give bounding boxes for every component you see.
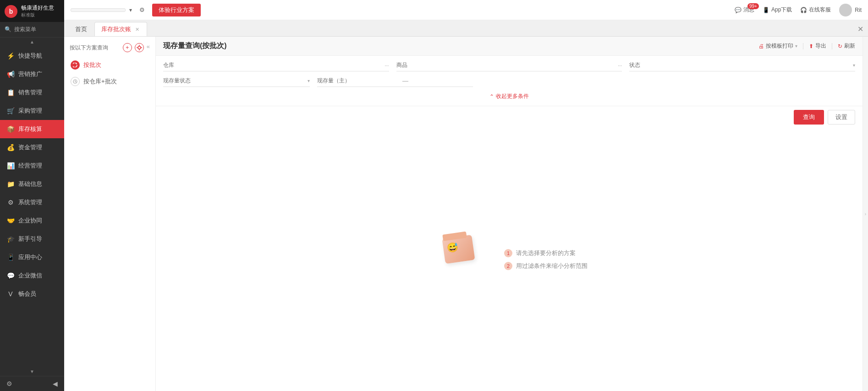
refresh-btn[interactable]: ↻ 刷新 (838, 42, 855, 50)
app-icon: 📱 (6, 253, 15, 261)
enterprise-icon: 🤝 (6, 217, 15, 225)
export-btn[interactable]: ⬆ 导出 (809, 42, 826, 50)
filter-panel: 按以下方案查询 + « 按批次 按仓库+批次 (64, 37, 156, 391)
box-face-icon: 😅 (446, 241, 459, 254)
sidebar-item-system[interactable]: ⚙ 系统管理 (0, 193, 64, 212)
message-badge: 99+ (747, 3, 759, 9)
sidebar-item-member[interactable]: V 畅会员 (0, 285, 64, 303)
brand-edition: 标准版 (21, 12, 60, 18)
search-label: 搜索菜单 (14, 26, 36, 33)
stock-status-arrow-icon[interactable]: ▾ (308, 78, 310, 83)
sidebar-item-basic[interactable]: 📁 基础信息 (0, 175, 64, 193)
refresh-label: 刷新 (844, 42, 855, 50)
sidebar-item-label-system: 系统管理 (18, 198, 42, 206)
warehouse-batch-icon (71, 77, 80, 86)
query-btn[interactable]: 查询 (794, 110, 824, 125)
warehouse-field: 仓库 ··· (163, 61, 389, 71)
product-more-btn[interactable]: ··· (618, 63, 622, 68)
message-btn[interactable]: 💬 消息 99+ (735, 6, 754, 14)
sidebar-item-label-finance: 资金管理 (18, 143, 42, 152)
main-area: ▾ ⚙ 体验行业方案 💬 消息 99+ 📱 App下载 🎧 在线客服 Rit (64, 0, 868, 391)
sidebar-item-sales[interactable]: 📋 销售管理 (0, 83, 64, 102)
breadcrumb-area: ▾ ⚙ 体验行业方案 (71, 4, 730, 16)
settings-icon[interactable]: ⚙ (6, 380, 12, 387)
filter-collapse-btn[interactable]: « (147, 43, 150, 52)
sidebar-menu: ⚡ 快捷导航 📢 营销推广 📋 销售管理 🛒 采购管理 📦 库存核算 💰 资金管… (0, 47, 64, 367)
tip-num-2: 2 (504, 262, 512, 270)
system-icon: ⚙ (6, 198, 15, 206)
filter-item-by-warehouse-batch[interactable]: 按仓库+批次 (64, 73, 155, 90)
sidebar-item-enterprise[interactable]: 🤝 企业协同 (0, 212, 64, 230)
mobile-icon: 📱 (763, 7, 769, 13)
batch-active-icon (71, 60, 80, 70)
product-input[interactable] (411, 62, 618, 69)
online-service-label: 在线客服 (809, 6, 831, 14)
add-filter-btn[interactable]: + (123, 43, 132, 52)
warehouse-input[interactable] (178, 62, 385, 69)
print-btn[interactable]: 🖨 按模板打印 ▾ (758, 42, 797, 50)
collapse-sidebar-icon[interactable]: ◀ (53, 380, 58, 387)
close-all-icon: ✕ (857, 25, 863, 33)
sidebar-scroll-down[interactable]: ▼ (0, 367, 64, 376)
sidebar-item-label-app: 应用中心 (18, 253, 42, 261)
stock-status-input[interactable] (194, 78, 306, 84)
sidebar-item-purchase[interactable]: 🛒 采购管理 (0, 102, 64, 120)
sidebar-item-label-marketing: 营销推广 (18, 70, 42, 78)
sidebar-item-label-wechat: 企业微信 (18, 272, 42, 280)
topbar-dropdown-icon[interactable]: ▾ (129, 7, 132, 13)
app-download-btn[interactable]: 📱 App下载 (763, 6, 792, 14)
sidebar-item-label-sales: 销售管理 (18, 88, 42, 97)
sidebar: b 畅康通好生意 标准版 🔍 搜索菜单 ▲ ⚡ 快捷导航 📢 营销推广 📋 销售… (0, 0, 64, 391)
stock-qty-min-input[interactable] (354, 78, 400, 84)
online-service-btn[interactable]: 🎧 在线客服 (800, 6, 831, 14)
filter-dash: — (402, 77, 408, 84)
settings-btn[interactable]: 设置 (828, 110, 855, 125)
filter-settings-btn[interactable] (135, 43, 144, 52)
filter-panel-label: 按以下方案查询 (70, 44, 108, 52)
filter-item-by-batch[interactable]: 按批次 (64, 57, 155, 73)
tab-inventory-batch[interactable]: 库存批次账 ✕ (94, 22, 147, 36)
page-title: 现存量查询(按批次) (163, 41, 227, 51)
sidebar-item-guide[interactable]: 🎓 新手引导 (0, 230, 64, 248)
refresh-icon: ↻ (838, 43, 842, 49)
sidebar-item-wechat[interactable]: 💬 企业微信 (0, 266, 64, 285)
close-all-tabs-btn[interactable]: ✕ (853, 22, 868, 36)
right-collapse-handle[interactable]: › (863, 37, 868, 391)
status-arrow-icon[interactable]: ▾ (853, 63, 855, 68)
filter-panel-header: 按以下方案查询 + « (64, 41, 155, 57)
tab-home[interactable]: 首页 (69, 22, 93, 36)
empty-illustration: 😅 (431, 237, 486, 282)
sidebar-item-label-enterprise: 企业协同 (18, 217, 42, 225)
sidebar-header: b 畅康通好生意 标准版 (0, 0, 64, 22)
tab-close-icon[interactable]: ✕ (134, 26, 140, 33)
topbar-input[interactable] (71, 8, 126, 12)
sidebar-item-quick-nav[interactable]: ⚡ 快捷导航 (0, 47, 64, 65)
sidebar-logo: b (5, 5, 17, 18)
collapse-more-conditions-btn[interactable]: ⌃ 收起更多条件 (163, 92, 855, 100)
filter-bar: 仓库 ··· 商品 ··· 状态 ▾ (156, 56, 863, 106)
page-header-actions: 🖨 按模板打印 ▾ ⬆ 导出 ↻ 刷新 (758, 42, 855, 50)
sidebar-item-label-guide: 新手引导 (18, 235, 42, 243)
experience-btn[interactable]: 体验行业方案 (152, 4, 201, 16)
filter-item-by-warehouse-batch-label: 按仓库+批次 (83, 77, 117, 86)
stock-qty-max-input[interactable] (411, 78, 457, 84)
print-arrow-icon[interactable]: ▾ (795, 43, 797, 49)
sidebar-search[interactable]: 🔍 搜索菜单 (0, 22, 64, 38)
gear-icon (137, 45, 142, 50)
guide-icon: 🎓 (6, 235, 15, 243)
stock-qty-field: 现存量（主） — (317, 77, 473, 87)
topbar-gear-icon[interactable]: ⚙ (136, 4, 148, 16)
status-input[interactable] (644, 62, 851, 69)
sidebar-item-app[interactable]: 📱 应用中心 (0, 248, 64, 266)
sidebar-item-marketing[interactable]: 📢 营销推广 (0, 65, 64, 83)
sidebar-item-label-operations: 经营管理 (18, 162, 42, 170)
sidebar-item-inventory[interactable]: 📦 库存核算 (0, 120, 64, 138)
user-area[interactable]: Rit (839, 4, 862, 16)
sidebar-scroll-up[interactable]: ▲ (0, 38, 64, 47)
sidebar-item-operations[interactable]: 📊 经营管理 (0, 157, 64, 175)
empty-state: 😅 1 请先选择要分析的方案 2 用过滤条件来缩小分析范围 (156, 128, 863, 391)
sidebar-item-finance[interactable]: 💰 资金管理 (0, 138, 64, 157)
sidebar-item-label-quick-nav: 快捷导航 (18, 52, 42, 60)
warehouse-more-btn[interactable]: ··· (385, 63, 389, 68)
product-label: 商品 (396, 61, 407, 69)
